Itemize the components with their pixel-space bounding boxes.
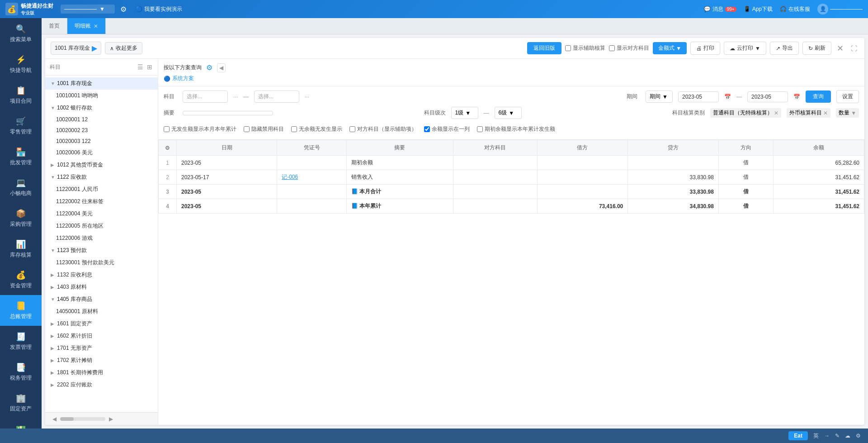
eat-button[interactable]: Eat (788, 431, 808, 440)
arrow-btn[interactable]: → (824, 433, 830, 439)
subject-end-input[interactable]: 选择... (254, 91, 299, 103)
tag3-close-icon[interactable]: ▼ (851, 110, 856, 116)
sidebar-item-search[interactable]: 🔍 搜索菜单 (0, 18, 42, 49)
sidebar-item-assets[interactable]: 🏢 固定资产 (0, 387, 42, 418)
sidebar-item-general[interactable]: 📒 总账管理 (0, 295, 42, 326)
company-selector[interactable]: —————— ▼ (61, 5, 115, 14)
tree-item-11220001[interactable]: 11220001 人民币 (45, 183, 158, 195)
tree-item-11220002[interactable]: 11220002 往来标签 (45, 195, 158, 208)
sidebar-item-retail[interactable]: 🛒 零售管理 (0, 110, 42, 141)
tree-item-10010001[interactable]: 10010001 哟哟哟 (45, 90, 158, 102)
maximize-btn[interactable]: ⛶ (849, 45, 859, 52)
settings-icon[interactable]: ⚙ (118, 3, 128, 15)
edit-btn[interactable]: ✎ (835, 433, 840, 439)
sidebar-item-inventory[interactable]: 📊 库存核算 (0, 233, 42, 264)
message-btn[interactable]: 💬 消息 99+ (704, 5, 736, 13)
cloud-print-btn[interactable]: ☁ 云打印 ▼ (724, 42, 766, 55)
row-voucher-2[interactable]: 记-006 (277, 170, 347, 185)
system-plan-btn[interactable]: 🔵 系统方案 (164, 75, 226, 82)
beginning-show-checkbox[interactable]: 期初余额显示本年累计发生额 (477, 125, 555, 133)
level-end-select[interactable]: 6级 ▼ (495, 107, 522, 119)
scroll-right-icon[interactable]: ▶ (107, 415, 115, 423)
tree-item-1012[interactable]: ▶ 1012 其他货币资金 (45, 159, 158, 171)
settings-btn[interactable]: 设置 (836, 90, 859, 103)
no-balance-checkbox[interactable]: 无余额无发生显示 (291, 125, 342, 133)
tree-item-1702[interactable]: ▶ 1702 累计摊销 (45, 354, 158, 367)
scroll-track[interactable] (60, 417, 105, 421)
show-opposite-checkbox[interactable]: 显示对方科目 (609, 44, 649, 52)
tree-item-11220004[interactable]: 11220004 美元 (45, 208, 158, 220)
account-search-input[interactable] (50, 64, 135, 70)
balance-one-col-input[interactable] (424, 126, 430, 132)
tree-item-2202[interactable]: ▶ 2202 应付账款 (45, 379, 158, 391)
expand-more-btn[interactable]: ∧ 收起更多 (105, 42, 142, 54)
beginning-show-input[interactable] (477, 126, 483, 132)
close-window-btn[interactable]: ✕ (835, 43, 845, 53)
tree-item-11230001[interactable]: 11230001 预付款款美元 (45, 257, 158, 269)
gear-bottom-btn[interactable]: ⚙ (856, 433, 861, 439)
download-btn[interactable]: 📱 App下载 (744, 5, 773, 13)
language-btn[interactable]: 英 (813, 432, 819, 440)
no-occurrence-checkbox[interactable]: 无发生额显示本月本年累计 (164, 125, 236, 133)
horizontal-scrollbar[interactable]: ◀ ▶ (51, 415, 115, 423)
tree-item-1602[interactable]: ▶ 1602 累计折旧 (45, 330, 158, 342)
opposite-subject-input[interactable] (349, 126, 355, 132)
level-start-select[interactable]: 1级 ▼ (451, 107, 478, 119)
cloud-btn[interactable]: ☁ (845, 433, 850, 439)
scroll-left-icon[interactable]: ◀ (51, 415, 58, 423)
no-occurrence-input[interactable] (164, 126, 170, 132)
tree-item-11220005[interactable]: 11220005 所在地区 (45, 220, 158, 232)
tree-item-10020001[interactable]: 10020001 12 (45, 114, 158, 125)
tree-item-1002[interactable]: ▼ 1002 银行存款 (45, 102, 158, 114)
tree-item-10020006[interactable]: 10020006 美元 (45, 147, 158, 159)
demo-link[interactable]: 🔵 我要看实例演示 (136, 5, 182, 13)
subject-input[interactable]: 选择... (183, 91, 228, 103)
account-selector[interactable]: 1001 库存现金 ▶ (51, 42, 101, 55)
return-old-btn[interactable]: 返回旧版 (527, 42, 561, 54)
sidebar-item-capital[interactable]: 💰 资金管理 (0, 264, 42, 295)
sidebar-item-salary[interactable]: 💵 工资 (0, 418, 42, 429)
print-btn[interactable]: 🖨 打印 (690, 42, 720, 55)
period-end-input[interactable] (747, 91, 788, 102)
hide-disabled-checkbox[interactable]: 隐藏禁用科目 (244, 125, 284, 133)
list-view-icon[interactable]: ☰ (137, 62, 144, 71)
sidebar-item-quick[interactable]: ⚡ 快捷导航 (0, 49, 42, 80)
voucher-link[interactable]: 记-006 (282, 174, 298, 180)
tree-item-1132[interactable]: ▶ 1132 应收利息 (45, 269, 158, 281)
settings-circle-icon[interactable]: ⚙ (205, 62, 213, 73)
sidebar-item-purchase[interactable]: 📦 采购管理 (0, 203, 42, 233)
tree-item-11220006[interactable]: 11220006 游戏 (45, 232, 158, 244)
tab-home[interactable]: 首页 (42, 18, 67, 34)
tab-detail[interactable]: 明细账 ✕ (67, 18, 106, 34)
summary-input[interactable] (183, 111, 273, 115)
tree-item-1123[interactable]: ▼ 1123 预付款 (45, 244, 158, 257)
sidebar-item-ecommerce[interactable]: 💻 小畅电商 (0, 172, 42, 203)
user-btn[interactable]: 👤 —————— (817, 4, 863, 14)
balance-one-col-checkbox[interactable]: 余额显示在一列 (424, 125, 470, 133)
tree-item-1801[interactable]: ▶ 1801 长期待摊费用 (45, 367, 158, 379)
collapse-btn[interactable]: ◀ (217, 63, 226, 72)
tag1-close-icon[interactable]: ✕ (774, 110, 778, 116)
query-btn[interactable]: 查询 (806, 91, 831, 103)
sidebar-item-invoice[interactable]: 🧾 发票管理 (0, 326, 42, 357)
export-btn[interactable]: ↗ 导出 (770, 42, 799, 55)
sidebar-item-wholesale[interactable]: 🏪 批发管理 (0, 141, 42, 172)
tree-item-1001[interactable]: ▼ 1001 库存现金 (45, 77, 158, 90)
no-balance-input[interactable] (291, 126, 297, 132)
show-opposite-input[interactable] (609, 45, 615, 51)
tree-item-14050001[interactable]: 14050001 原材料 (45, 305, 158, 318)
sidebar-item-tax[interactable]: 📑 税务管理 (0, 357, 42, 387)
tree-item-10020003[interactable]: 10020003 122 (45, 136, 158, 147)
tree-item-1601[interactable]: ▶ 1601 固定资产 (45, 318, 158, 330)
show-aux-checkbox[interactable]: 显示辅助核算 (565, 44, 605, 52)
hide-disabled-input[interactable] (244, 126, 250, 132)
tree-item-1403[interactable]: ▶ 1403 原材料 (45, 281, 158, 293)
refresh-btn[interactable]: ↻ 刷新 (802, 42, 831, 55)
tree-item-1122[interactable]: ▼ 1122 应收款 (45, 171, 158, 183)
tag2-close-icon[interactable]: ✕ (823, 110, 828, 116)
period-type-select[interactable]: 期间 ▼ (646, 91, 673, 103)
period-start-input[interactable] (678, 91, 719, 102)
tree-item-1701[interactable]: ▶ 1701 无形资产 (45, 342, 158, 354)
style-btn[interactable]: 金额式 ▼ (653, 42, 687, 54)
tab-close-icon[interactable]: ✕ (94, 23, 98, 29)
